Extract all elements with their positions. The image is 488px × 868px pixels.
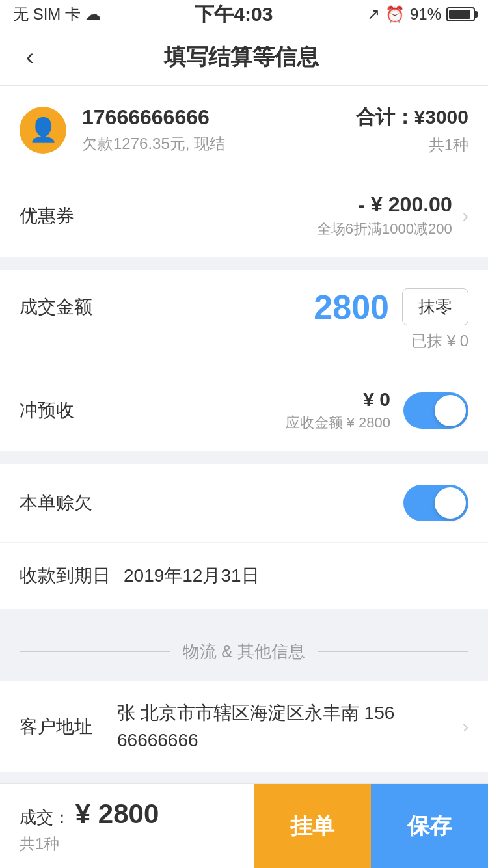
divider-line-left [20, 651, 170, 652]
round-button[interactable]: 抹零 [402, 288, 468, 325]
customer-subtext: 欠款1276.35元, 现结 [82, 133, 356, 154]
advance-right: ¥ 0 应收金额 ¥ 2800 [286, 388, 468, 433]
battery-cap [475, 11, 478, 18]
customer-phone: 17666666666 [82, 105, 356, 129]
deal-sub: 已抹 ¥ 0 [20, 331, 468, 351]
total-info: 合计：¥3000 共1种 [356, 104, 468, 156]
debit-toggle-knob [435, 487, 466, 519]
debit-section: 本单赊欠 [0, 464, 488, 542]
deal-right: 2800 抹零 [314, 288, 468, 325]
advance-label: 冲预收 [20, 398, 74, 423]
coupon-desc: 全场6折满1000减200 [317, 219, 452, 239]
deal-label: 成交金额 [20, 295, 92, 319]
advance-row: 冲预收 ¥ 0 应收金额 ¥ 2800 [20, 388, 468, 433]
advance-amount-value: ¥ 0 [286, 388, 390, 411]
total-amount: 合计：¥3000 [356, 104, 468, 131]
logistics-label: 物流 & 其他信息 [183, 640, 305, 663]
advance-amount: ¥ 0 应收金额 ¥ 2800 [286, 388, 390, 433]
avatar-icon: 👤 [29, 116, 58, 144]
address-label: 客户地址 [20, 714, 98, 739]
footer-deal-label: 成交： [20, 807, 70, 827]
debit-label: 本单赊欠 [20, 491, 92, 515]
nav-bar: ‹ 填写结算等信息 [0, 29, 488, 86]
address-section[interactable]: 客户地址 张 北京市市辖区海淀区永丰南 156 66666666 › [0, 681, 488, 772]
page-title: 填写结算等信息 [53, 42, 429, 72]
coupon-chevron-icon: › [463, 206, 468, 226]
debit-card: 本单赊欠 收款到期日 2019年12月31日 [0, 464, 488, 609]
save-button[interactable]: 保存 [371, 784, 488, 869]
toggle-knob [435, 395, 466, 426]
divider-line-right [318, 651, 468, 652]
status-left: 无 SIM 卡 ☁ [13, 4, 101, 25]
avatar: 👤 [20, 107, 66, 154]
deal-section: 成交金额 2800 抹零 已抹 ¥ 0 [0, 270, 488, 370]
coupon-value: - ¥ 200.00 全场6折满1000减200 [317, 193, 452, 239]
back-button[interactable]: ‹ [20, 37, 40, 77]
coupon-row[interactable]: 优惠券 - ¥ 200.00 全场6折满1000减200 › [0, 174, 488, 257]
deal-amount: 2800 [314, 290, 389, 324]
date-section: 收款到期日 2019年12月31日 [0, 542, 488, 609]
status-right: ↗ ⏰ 91% [367, 5, 475, 23]
total-count: 共1种 [356, 135, 468, 156]
coupon-label: 优惠券 [20, 204, 98, 228]
footer-summary: 成交： ¥ 2800 共1种 [0, 798, 254, 854]
coupon-amount: - ¥ 200.00 [317, 193, 452, 217]
debit-toggle[interactable] [403, 485, 468, 521]
battery-icon [446, 7, 475, 21]
address-value: 张 北京市市辖区海淀区永丰南 156 66666666 [117, 699, 450, 754]
advance-amount-sub: 应收金额 ¥ 2800 [286, 413, 390, 433]
hold-button[interactable]: 挂单 [254, 784, 371, 869]
sim-label: 无 SIM 卡 ☁ [13, 4, 101, 25]
customer-card: 👤 17666666666 欠款1276.35元, 现结 合计：¥3000 共1… [0, 86, 488, 257]
deal-row: 成交金额 2800 抹零 [20, 288, 468, 325]
footer-deal-amount: ¥ 2800 [75, 798, 159, 829]
status-time: 下午4:03 [195, 1, 273, 28]
logistics-divider: 物流 & 其他信息 [0, 622, 488, 681]
date-label: 收款到期日 [20, 563, 111, 588]
status-bar: 无 SIM 卡 ☁ 下午4:03 ↗ ⏰ 91% [0, 0, 488, 29]
address-card[interactable]: 客户地址 张 北京市市辖区海淀区永丰南 156 66666666 › [0, 681, 488, 772]
deal-card: 成交金额 2800 抹零 已抹 ¥ 0 冲预收 ¥ 0 应收金额 ¥ 2800 [0, 270, 488, 451]
advance-section: 冲预收 ¥ 0 应收金额 ¥ 2800 [0, 370, 488, 451]
customer-info: 17666666666 欠款1276.35元, 现结 [82, 105, 356, 154]
footer-deal-row: 成交： ¥ 2800 [20, 798, 234, 830]
advance-toggle[interactable] [403, 392, 468, 429]
customer-row: 👤 17666666666 欠款1276.35元, 现结 合计：¥3000 共1… [0, 86, 488, 174]
alarm-icon: ⏰ [385, 5, 405, 23]
battery-fill [449, 10, 470, 19]
battery-percent: 91% [410, 5, 441, 23]
location-icon: ↗ [367, 5, 380, 23]
footer: 成交： ¥ 2800 共1种 挂单 保存 [0, 783, 488, 868]
date-value: 2019年12月31日 [124, 563, 260, 588]
footer-count: 共1种 [20, 834, 234, 854]
address-chevron-icon: › [463, 716, 468, 737]
content-area: 👤 17666666666 欠款1276.35元, 现结 合计：¥3000 共1… [0, 86, 488, 868]
